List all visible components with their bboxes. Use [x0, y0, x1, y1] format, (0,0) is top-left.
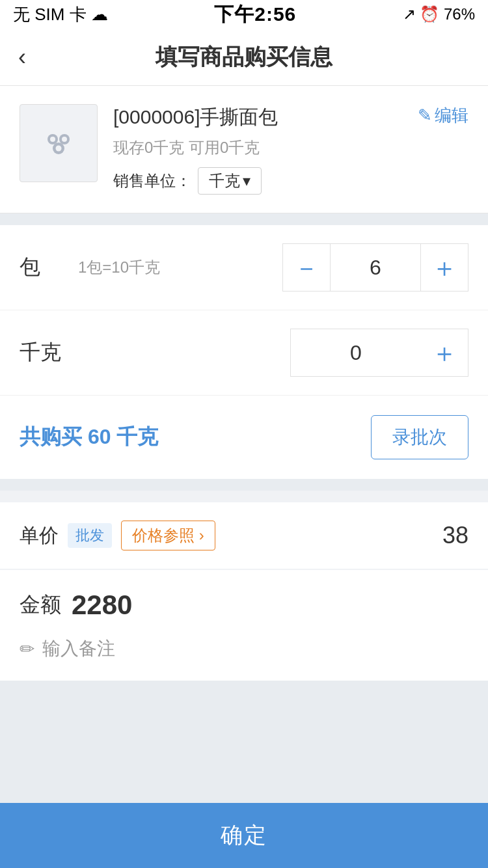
status-icons: ↗ ⏰ 76% [403, 5, 475, 23]
edit-icon: ✎ [418, 105, 432, 126]
status-left: 无 SIM 卡 ☁ [13, 3, 108, 26]
bao-input[interactable] [330, 244, 421, 291]
amount-row: 金额 2280 [20, 590, 468, 621]
total-unit-label: 千克 [116, 425, 158, 448]
amount-label: 金额 [20, 591, 61, 619]
kg-label: 千克 [20, 338, 72, 367]
price-label: 单价 [20, 522, 59, 549]
kg-increment-button[interactable]: ＋ [421, 329, 468, 376]
product-stock: 现存0千克 可用0千克 [113, 137, 468, 158]
status-bar: 无 SIM 卡 ☁ 下午2:56 ↗ ⏰ 76% [0, 0, 488, 29]
page-title: 填写商品购买信息 [156, 42, 332, 72]
bao-stepper: － ＋ [282, 243, 468, 292]
product-info: [0000006]手撕面包 现存0千克 可用0千克 销售单位： 千克 ▾ [113, 104, 468, 195]
svg-point-4 [62, 137, 67, 142]
remark-row[interactable]: ✏ 输入备注 [20, 636, 468, 661]
section-separator-2 [0, 479, 488, 491]
bao-increment-button[interactable]: ＋ [421, 244, 468, 291]
price-value: 38 [442, 522, 468, 549]
total-text: 共购买 60 千克 [20, 423, 158, 452]
unit-select[interactable]: 千克 ▾ [198, 167, 262, 195]
unit-label: 销售单位： [113, 170, 191, 191]
amount-section: 金额 2280 ✏ 输入备注 [0, 570, 488, 681]
remark-text: 输入备注 [42, 636, 115, 661]
price-row: 单价 批发 价格参照 › 38 [20, 521, 468, 550]
nav-bar: ‹ 填写商品购买信息 [0, 29, 488, 86]
total-amount: 60 [88, 425, 111, 448]
bao-input-row: 包 1包=10千克 － ＋ [0, 225, 488, 310]
sim-status: 无 SIM 卡 ☁ [13, 3, 108, 26]
price-label-group: 单价 批发 价格参照 › [20, 521, 215, 550]
price-ref-button[interactable]: 价格参照 › [121, 521, 215, 550]
status-right: ↗ ⏰ 76% [403, 5, 475, 23]
unit-dropdown-icon: ▾ [243, 172, 251, 190]
section-separator-1 [0, 213, 488, 225]
price-tag: 批发 [68, 523, 112, 548]
edit-label: 编辑 [435, 104, 468, 127]
spacer [0, 681, 488, 803]
pencil-icon: ✏ [20, 638, 34, 660]
svg-point-3 [50, 137, 55, 142]
back-button[interactable]: ‹ [18, 44, 26, 71]
product-name: [0000006]手撕面包 [113, 104, 468, 131]
product-thumbnail [20, 104, 98, 182]
svg-point-5 [56, 146, 62, 152]
total-row: 共购买 60 千克 录批次 [0, 396, 488, 479]
bao-decrement-button[interactable]: － [283, 244, 330, 291]
edit-button[interactable]: ✎ 编辑 [418, 104, 468, 127]
confirm-button[interactable]: 确定 [0, 803, 488, 868]
product-unit: 销售单位： 千克 ▾ [113, 167, 468, 195]
price-section: 单价 批发 价格参照 › 38 [0, 502, 488, 569]
bao-hint: 1包=10千克 [78, 257, 282, 278]
product-card: [0000006]手撕面包 现存0千克 可用0千克 销售单位： 千克 ▾ ✎ 编… [0, 86, 488, 213]
total-prefix: 共购买 [20, 425, 82, 448]
status-time: 下午2:56 [214, 1, 296, 28]
batch-button[interactable]: 录批次 [371, 415, 468, 459]
amount-value: 2280 [72, 590, 132, 621]
input-section: 包 1包=10千克 － ＋ 千克 ＋ [0, 225, 488, 396]
confirm-label: 确定 [221, 821, 267, 850]
kg-input[interactable] [291, 329, 421, 376]
bao-label: 包 [20, 253, 72, 282]
unit-value: 千克 [209, 170, 240, 191]
kg-input-row: 千克 ＋ [0, 310, 488, 396]
kg-stepper: ＋ [290, 329, 468, 377]
